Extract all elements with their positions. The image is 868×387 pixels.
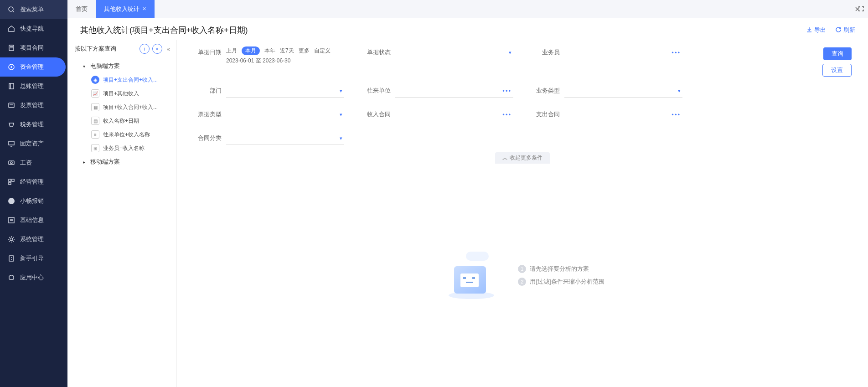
- step-number: 1: [518, 265, 526, 273]
- quick-this-month[interactable]: 本月: [242, 46, 260, 55]
- filter-label: 部门: [193, 85, 226, 95]
- filter-expense-contract: 支出合同 •••: [532, 108, 682, 124]
- sidebar-item-appcenter[interactable]: 应用中心: [0, 268, 67, 287]
- sidebar-item-system[interactable]: 系统管理: [0, 230, 67, 249]
- biztype-select[interactable]: ▾: [564, 85, 682, 98]
- empty-steps: 1 请先选择要分析的方案 2 用[过滤]条件来缩小分析范围: [518, 265, 604, 286]
- double-chevron-up-icon: ︽: [502, 154, 508, 162]
- tree-group-desktop[interactable]: ▾ 电脑端方案: [75, 59, 176, 73]
- quick-this-year[interactable]: 本年: [264, 47, 275, 55]
- tree-group-mobile[interactable]: ▸ 移动端方案: [75, 155, 176, 169]
- close-icon[interactable]: ✕: [142, 6, 146, 12]
- query-button[interactable]: 查询: [823, 47, 852, 60]
- scheme-item[interactable]: ▦ 项目+收入合同+收入...: [75, 100, 176, 114]
- sidebar-label: 搜索菜单: [20, 5, 44, 14]
- svg-rect-4: [9, 103, 14, 108]
- step-2: 2 用[过滤]条件来缩小分析范围: [518, 278, 604, 286]
- scheme-label: 往来单位+收入名称: [103, 131, 150, 139]
- collapse-filters-button[interactable]: ︽ 收起更多条件: [495, 152, 550, 164]
- add-scheme-button[interactable]: +: [140, 44, 150, 54]
- book-icon: [7, 82, 16, 90]
- more-icon: •••: [502, 111, 512, 118]
- tab-other-income[interactable]: 其他收入统计 ✕: [96, 0, 155, 18]
- table-icon: ⊞: [91, 144, 99, 152]
- target-icon: ◉: [91, 76, 99, 84]
- export-button[interactable]: 导出: [806, 26, 826, 34]
- scheme-item[interactable]: ≡ 往来单位+收入名称: [75, 128, 176, 141]
- expense-contract-picker[interactable]: •••: [564, 108, 682, 121]
- svg-rect-9: [12, 179, 14, 181]
- scheme-header: 按以下方案查询 + «: [75, 40, 176, 57]
- sidebar-item-funds[interactable]: 资金管理: [0, 57, 66, 77]
- header-actions: 导出 刷新: [806, 26, 855, 34]
- fullscreen-icon[interactable]: [856, 4, 866, 14]
- income-contract-picker[interactable]: •••: [395, 108, 513, 121]
- date-quick: 上月 本月 本年 近7天 更多 自定义 2023-06-01 至 2023-06…: [226, 46, 331, 65]
- filter-biztype: 业务类型 ▾: [532, 85, 682, 100]
- sidebar-item-tax[interactable]: 税务管理: [0, 115, 67, 134]
- scheme-tree: ▾ 电脑端方案 ◉ 项目+支出合同+收入... 📈 项目+其他收入 ▦ 项目+收…: [75, 57, 176, 170]
- caret-down-icon: ▾: [83, 64, 88, 69]
- sidebar-item-ledger[interactable]: 总账管理: [0, 77, 67, 96]
- sidebar-item-quicknav[interactable]: 快捷导航: [0, 19, 67, 38]
- tax-icon: [7, 120, 16, 129]
- sidebar-item-info[interactable]: 基础信息: [0, 211, 67, 230]
- quick-custom[interactable]: 自定义: [314, 47, 331, 55]
- scheme-label: 项目+其他收入: [103, 90, 139, 98]
- tickettype-select[interactable]: ▾: [226, 108, 344, 121]
- svg-point-16: [156, 48, 158, 49]
- sidebar-item-biz[interactable]: 经营管理: [0, 172, 67, 191]
- step-number: 2: [518, 278, 526, 286]
- scheme-item[interactable]: ▤ 收入名称+日期: [75, 114, 176, 128]
- filter-label: 业务类型: [532, 85, 564, 95]
- sidebar-label: 固定资产: [20, 139, 44, 148]
- collapse-label: 收起更多条件: [510, 154, 542, 162]
- refresh-button[interactable]: 刷新: [835, 26, 855, 34]
- sidebar-item-invoice[interactable]: 发票管理: [0, 96, 67, 115]
- settings-button[interactable]: 设置: [822, 64, 852, 77]
- dept-select[interactable]: ▾: [226, 85, 344, 98]
- sidebar-label: 系统管理: [20, 235, 44, 243]
- status-select[interactable]: ▾: [395, 46, 513, 59]
- tabs-right: [852, 4, 868, 14]
- tab-label: 其他收入统计: [104, 5, 140, 13]
- sidebar-item-search[interactable]: 搜索菜单: [0, 0, 67, 19]
- collapse-panel-button[interactable]: «: [165, 46, 172, 52]
- sidebar-label: 应用中心: [20, 273, 44, 282]
- filter-label: 合同分类: [193, 132, 226, 142]
- svg-point-11: [8, 198, 15, 204]
- sidebar-item-salary[interactable]: 工资: [0, 153, 67, 172]
- scheme-item[interactable]: ⊞ 业务员+收入名称: [75, 141, 176, 155]
- filter-label: 业务员: [532, 46, 564, 57]
- sidebar-label: 工资: [20, 159, 32, 167]
- scheme-item[interactable]: 📈 项目+其他收入: [75, 87, 176, 100]
- scheme-settings-button[interactable]: [152, 44, 162, 54]
- date-range: 2023-06-01 至 2023-06-30: [226, 57, 331, 65]
- sidebar-item-contract[interactable]: 项目合同: [0, 38, 67, 57]
- svg-rect-10: [9, 182, 11, 185]
- scheme-item[interactable]: ◉ 项目+支出合同+收入...: [75, 73, 176, 87]
- grid-icon: ▦: [91, 103, 99, 111]
- quick-7days[interactable]: 近7天: [280, 47, 294, 55]
- salesman-picker[interactable]: •••: [564, 46, 682, 59]
- sidebar-item-guide[interactable]: 新手引导: [0, 249, 67, 268]
- sidebar-label: 新手引导: [20, 254, 44, 263]
- svg-rect-8: [9, 179, 11, 181]
- quick-prev-month[interactable]: 上月: [226, 47, 237, 55]
- group-label: 移动端方案: [90, 158, 120, 166]
- filter-label: 收入合同: [362, 108, 395, 119]
- info-icon: [7, 216, 16, 224]
- step-1: 1 请先选择要分析的方案: [518, 265, 604, 273]
- quick-more[interactable]: 更多: [299, 47, 310, 55]
- search-icon: [7, 5, 16, 14]
- wallet-icon: [7, 63, 16, 71]
- sidebar-item-expense[interactable]: 小畅报销: [0, 191, 67, 211]
- group-label: 电脑端方案: [90, 62, 120, 70]
- page-title: 其他收入统计(项目+支出合同+收入名称+日期): [80, 25, 806, 36]
- invoice-icon: [7, 101, 16, 109]
- sidebar-item-assets[interactable]: 固定资产: [0, 134, 67, 153]
- partner-picker[interactable]: •••: [395, 85, 513, 98]
- tab-home[interactable]: 首页: [67, 0, 96, 18]
- scheme-label: 项目+支出合同+收入...: [103, 76, 158, 84]
- contract-class-select[interactable]: ▾: [226, 132, 344, 145]
